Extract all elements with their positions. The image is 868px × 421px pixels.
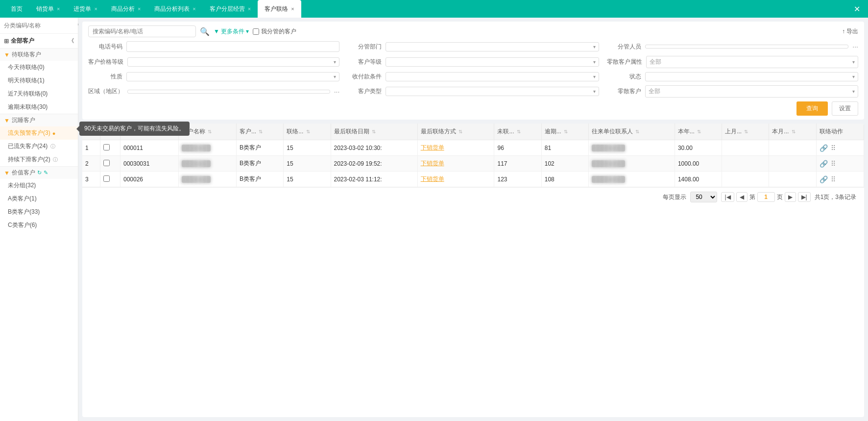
page-number-input[interactable] [757,192,775,202]
tab-purchase[interactable]: 进货单 × [67,0,104,18]
tab-analysis[interactable]: 商品分析 × [104,0,147,18]
action-link-icon-1[interactable]: 🔗 [820,160,828,168]
filter-more-conditions-btn[interactable]: ▼ 更多条件 ▾ [214,27,249,36]
col-last-method-header[interactable]: 最后联络方式 ⇅ [417,124,494,140]
tab-customer-contact[interactable]: 客户联络 × [258,0,301,18]
tab-customer-contact-close[interactable]: × [291,6,294,12]
filter-select-status[interactable]: ▾ [645,72,858,81]
tab-home[interactable]: 首页 [4,0,29,18]
filter-select-customer-level[interactable]: ▾ [386,57,599,67]
sidebar-section-pending-label: 待联络客户 [12,50,41,59]
col-no-contact-header[interactable]: 未联... ⇅ [494,124,541,140]
row-type-0: B类客户 [237,140,284,156]
per-page-label: 每页显示 [663,193,686,201]
table-row: 200030031███████B类客户152023-02-09 19:52:下… [82,156,864,172]
col-last-month-header[interactable]: 上月... ⇅ [722,124,769,140]
tab-analysis-close[interactable]: × [138,6,141,12]
col-this-month-header[interactable]: 本月... ⇅ [769,124,816,140]
sort-icon-contact: ⇅ [306,129,310,134]
row-checkbox-2[interactable] [100,172,120,187]
filter-select-scatter[interactable]: 全部 ▾ [645,85,858,98]
sidebar-item-a-class[interactable]: A类客户(1) [0,192,78,205]
col-year-header[interactable]: 本年... ⇅ [675,124,722,140]
settings-btn[interactable]: 设置 [832,101,858,116]
col-last-date-header[interactable]: 最后联络日期 ⇅ [331,124,417,140]
more-dots-person[interactable]: ··· [852,43,858,50]
row-last-date-0: 2023-03-02 10:30: [331,140,417,156]
first-page-btn[interactable]: |◀ [721,192,734,202]
filter-select-price-level[interactable]: ▾ [127,57,339,67]
next-page-btn[interactable]: ▶ [785,192,796,202]
my-customers-checkbox[interactable] [253,28,259,35]
row-checkbox-1[interactable] [100,156,120,172]
filter-input-phone[interactable] [126,41,339,52]
tab-sales-close[interactable]: × [57,6,60,12]
top-tabbar: 首页 销货单 × 进货单 × 商品分析 × 商品分析列表 × 客户分层经营 × … [0,0,868,18]
col-no-contact-label: 未联... [497,128,514,135]
sidebar-all-customers[interactable]: ⊞ 全部客户 《 [0,34,78,48]
tab-customer-layer-close[interactable]: × [248,6,251,12]
row-method-0[interactable]: 下销货单 [417,140,494,156]
filter-select-payment[interactable]: ▾ [386,72,599,81]
per-page-select[interactable]: 50 100 [690,192,717,202]
filter-select-region[interactable] [127,90,330,94]
tab-analysis-list[interactable]: 商品分析列表 × [147,0,202,18]
sidebar-item-b-class[interactable]: B类客户(33) [0,205,78,219]
sidebar-search-input[interactable] [4,22,77,29]
my-customers-checkbox-label[interactable]: 我分管的客户 [253,27,296,36]
action-link-icon-2[interactable]: 🔗 [820,175,828,183]
pagination-bar: 每页显示 50 100 |◀ ◀ 第 页 ▶ ▶| 共1页，3条记录 [82,187,864,206]
sidebar-item-warning[interactable]: 流失预警客户(3) ● [0,126,78,140]
sidebar-item-today[interactable]: 今天待联络(0) [0,61,78,74]
tab-customer-contact-label: 客户联络 [265,5,288,13]
tooltip-dormant: 90天未交易的客户，可能有流失风险。 [79,122,190,136]
sidebar-item-overdue[interactable]: 逾期未联络(30) [0,100,78,114]
edit-icon-value[interactable]: ✎ [44,170,48,176]
col-type-header[interactable]: 客户... ⇅ [237,124,284,140]
sidebar-item-lost[interactable]: 已流失客户(24) ⓘ [0,140,78,153]
sidebar-item-7days[interactable]: 近7天待联络(0) [0,87,78,100]
action-more-icon-0[interactable]: ⠿ [831,144,836,152]
prev-page-btn[interactable]: ◀ [736,192,747,202]
filter-select-scatter-attr[interactable]: 全部 ▾ [646,56,858,68]
action-link-icon-0[interactable]: 🔗 [820,144,828,152]
page-prefix-label: 第 [749,193,755,201]
row-method-1[interactable]: 下销货单 [417,156,494,172]
last-page-btn[interactable]: ▶| [798,192,811,202]
export-btn[interactable]: ↑ 导出 [842,27,858,36]
tab-customer-layer[interactable]: 客户分层经营 × [203,0,258,18]
filter-select-person[interactable] [645,45,849,49]
filter-row-nature: 性质 ▾ [88,72,339,81]
filter-search-input[interactable] [88,25,196,37]
filter-select-dept[interactable]: ▾ [386,42,599,51]
sidebar-item-tomorrow[interactable]: 明天待联络(1) [0,74,78,87]
tab-purchase-close[interactable]: × [94,6,97,12]
query-btn[interactable]: 查询 [796,101,828,116]
window-close-btn[interactable]: ✕ [850,4,864,14]
row-method-2[interactable]: 下销货单 [417,172,494,187]
filter-search-btn[interactable]: 🔍 [200,27,210,36]
table-container: ⚙ 客户编码 ⇅ 客户名称 ⇅ [82,124,864,417]
filter-select-nature[interactable]: ▾ [126,72,339,81]
sort-icon-method: ⇅ [458,129,462,134]
refresh-icon-value[interactable]: ↻ [37,170,42,176]
row-contact-count-2: 15 [284,172,331,187]
tab-analysis-list-close[interactable]: × [193,6,195,12]
sidebar-item-declining[interactable]: 持续下滑客户(2) ⓘ [0,153,78,166]
action-more-icon-1[interactable]: ⠿ [831,160,836,168]
row-checkbox-0[interactable] [100,140,120,156]
more-dots-region[interactable]: ··· [334,88,340,96]
tab-sales[interactable]: 销货单 × [29,0,67,18]
filter-select-customer-type[interactable]: ▾ [386,87,599,96]
col-contact-person-label: 往来单位联系人 [592,128,633,135]
col-contact-count-header[interactable]: 联络... ⇅ [284,124,331,140]
filter-label-scatter: 零散客户 [607,87,641,96]
row-action-1: 🔗 ⠿ [816,156,864,172]
sidebar-item-ungroup[interactable]: 未分组(32) [0,179,78,192]
col-contact-person-header[interactable]: 往来单位联系人 ⇅ [588,124,675,140]
col-overdue-header[interactable]: 逾期... ⇅ [541,124,588,140]
action-more-icon-2[interactable]: ⠿ [831,175,836,183]
sidebar-item-c-class[interactable]: C类客户(6) [0,219,78,232]
tab-analysis-list-label: 商品分析列表 [154,5,190,13]
row-code-1: 00030031 [120,156,178,172]
